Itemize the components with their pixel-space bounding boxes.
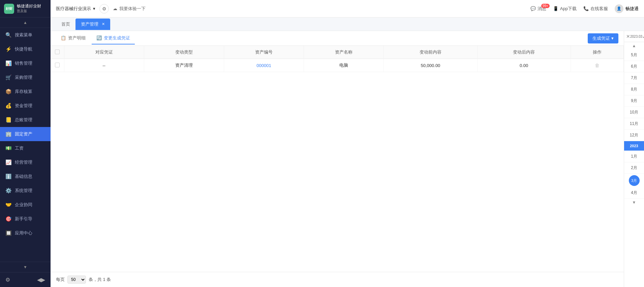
right-panel-header: ✕ 2023.03 ⤢ [624,31,644,42]
month-1[interactable]: 1月 [624,151,644,162]
experience-button[interactable]: ☁ 我要体验一下 [113,6,146,12]
tab-home[interactable]: 首页 [56,19,75,30]
logo-text-block: 畅捷通好业财 普及版 [17,4,41,14]
sidebar-item-system[interactable]: ⚙️ 系统管理 [0,184,51,198]
service-button[interactable]: 📞 在线客服 [583,6,608,12]
experience-text: 我要体验一下 [119,6,146,12]
month-9[interactable]: 9月 [624,95,644,107]
month-5[interactable]: 5月 [624,50,644,61]
logo-area: 好财 畅捷通好业财 普及版 [0,0,51,18]
row-code: 000001 [224,59,304,72]
sidebar-toggle-icon[interactable]: ◀▶ [37,277,45,283]
select-all-checkbox[interactable] [55,50,60,54]
year-2023[interactable]: 2023 [624,141,644,151]
top-header: 医疗器械行业演示 ▾ ⚙ ☁ 我要体验一下 💬 消息 99+ 📱 App下载 📞… [51,0,644,18]
delete-button[interactable]: 🗑 [595,63,600,68]
sidebar-item-label: 采购管理 [15,74,32,81]
sidebar-item-ledger[interactable]: 📒 总账管理 [0,113,51,127]
funds-icon: 💰 [5,103,11,109]
per-page-select[interactable]: 50 10 20 100 [67,276,86,284]
tab-bar: 首页 资产管理 ✕ [51,18,644,31]
user-area[interactable]: 👤 畅捷通 [615,4,639,13]
sidebar-item-guide[interactable]: 🎯 新手引导 [0,212,51,226]
month-12[interactable]: 12月 [624,130,644,141]
close-icon[interactable]: ✕ [102,22,105,26]
tab-assets[interactable]: 资产管理 ✕ [75,19,110,30]
inventory-icon: 📦 [5,89,11,95]
month-10[interactable]: 10月 [624,107,644,118]
row-after: 0.00 [477,59,571,72]
sidebar-item-funds[interactable]: 💰 资金管理 [0,99,51,113]
assets-icon: 🏢 [5,131,11,137]
main-area: 医疗器械行业演示 ▾ ⚙ ☁ 我要体验一下 💬 消息 99+ 📱 App下载 📞… [51,0,644,287]
tab-assets-label: 资产管理 [81,21,98,27]
messages-button[interactable]: 💬 消息 99+ [530,6,546,12]
total-text: 条，共 1 条 [89,277,111,283]
company-selector[interactable]: 医疗器械行业演示 ▾ [56,6,95,12]
col-header-action: 操作 [571,46,623,59]
header-settings-button[interactable]: ⚙ [99,4,109,13]
avatar: 👤 [615,4,623,13]
header-right: 💬 消息 99+ 📱 App下载 📞 在线客服 👤 畅捷通 [530,4,639,13]
tab-asset-detail[interactable]: 📋 资产明细 [56,32,90,44]
message-icon: 💬 [530,6,536,11]
chevron-down-icon: ▾ [93,6,95,11]
sidebar-item-label: 资金管理 [15,103,32,109]
settings-icon[interactable]: ⚙ [5,277,10,283]
sidebar-item-label: 销售管理 [15,60,32,66]
logo-subtitle: 普及版 [17,9,41,13]
sidebar-item-basic[interactable]: ℹ️ 基础信息 [0,169,51,184]
row-before: 50,000.00 [384,59,477,72]
company-name: 医疗器械行业演示 [56,6,91,12]
col-header-name: 资产名称 [304,46,384,59]
date-scroll-up[interactable]: ▲ [624,42,644,50]
month-6[interactable]: 6月 [624,61,644,72]
sidebar-item-label: 系统管理 [15,188,32,194]
month-4[interactable]: 4月 [624,187,644,199]
sidebar-item-search[interactable]: 🔍 搜索菜单 [0,28,51,42]
sidebar-item-label: 工资 [15,145,24,151]
table-wrapper: 对应凭证 变动类型 资产编号 资产名称 变动前内容 变动后内容 操作 [51,46,624,272]
sidebar-item-inventory[interactable]: 📦 库存核算 [0,85,51,99]
sidebar-item-sales[interactable]: 📊 销售管理 [0,56,51,70]
sidebar-item-assets[interactable]: 🏢 固定资产 [0,127,51,141]
service-icon: 📞 [583,6,589,11]
month-11[interactable]: 11月 [624,118,644,130]
logo-icon: 好财 [4,4,14,14]
pagination: 每页 50 10 20 100 条，共 1 条 [51,272,624,287]
table-row: -- 资产清理 000001 电脑 50,000.00 0.00 🗑 [51,59,624,72]
panel-close-button[interactable]: ✕ [626,34,630,39]
app-download-label: App下载 [560,6,577,12]
sidebar-item-label: 固定资产 [15,131,32,137]
app-download-button[interactable]: 📱 App下载 [553,6,577,12]
col-header-checkbox [51,46,64,59]
sidebar-item-operations[interactable]: 📈 经营管理 [0,155,51,169]
search-icon: 🔍 [5,32,11,38]
row-checkbox[interactable] [55,63,60,67]
sidebar-scroll-up[interactable]: ▲ [22,19,29,26]
sidebar-item-label: 总账管理 [15,117,32,123]
sidebar-item-label: 经营管理 [15,159,32,165]
sidebar-item-enterprise[interactable]: 🤝 企业协同 [0,198,51,212]
right-panel: ✕ 2023.03 ⤢ ▲ 5月 6月 7月 8月 9月 10月 11月 12月… [624,31,644,287]
generate-voucher-button[interactable]: 生成凭证 ▾ [588,33,618,43]
sidebar-item-salary[interactable]: 💵 工资 [0,141,51,155]
enterprise-icon: 🤝 [5,202,11,208]
sidebar-item-purchase[interactable]: 🛒 采购管理 [0,70,51,85]
month-8[interactable]: 8月 [624,84,644,95]
tab-voucher[interactable]: 🔄 变更生成凭证 [92,32,135,44]
date-scroll-down[interactable]: ▼ [624,199,644,206]
generate-dropdown-icon: ▾ [611,36,614,41]
sidebar-item-apps[interactable]: 🔲 应用中心 [0,226,51,240]
sidebar-item-quicknav[interactable]: ⚡ 快捷导航 [0,42,51,56]
sidebar-scroll-down[interactable]: ▼ [22,263,29,271]
month-3-active[interactable]: 3月 [629,175,640,186]
voucher-icon: 🔄 [96,35,102,40]
sidebar-item-label: 基础信息 [15,173,32,180]
month-2[interactable]: 2月 [624,162,644,174]
messages-badge: 99+ [541,4,550,8]
panel-expand-button[interactable]: ⤢ [642,34,644,39]
per-page-label: 每页 [56,277,65,283]
month-7[interactable]: 7月 [624,72,644,84]
sidebar-item-label: 应用中心 [15,230,32,236]
